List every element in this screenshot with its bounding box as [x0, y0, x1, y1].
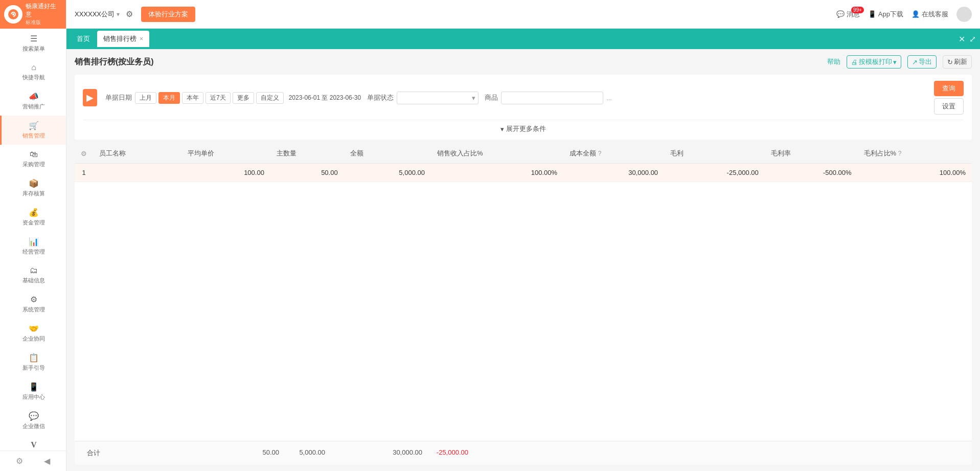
company-selector[interactable]: XXXXXX公司 ▾	[75, 10, 120, 19]
goods-more-btn[interactable]: ...	[606, 94, 612, 102]
enterprise-icon: 🤝	[29, 324, 39, 333]
col-gross-rate: 毛利率	[765, 144, 858, 164]
custom-date-btn[interactable]: 自定义	[256, 92, 284, 104]
basic-icon: 🗂	[30, 266, 38, 275]
guide-icon: 📋	[29, 353, 39, 363]
settings-button[interactable]: 设置	[934, 98, 964, 115]
filter-collapse-button[interactable]: ▶	[83, 89, 97, 106]
cell-cost-amount: 30,000.00	[563, 164, 664, 182]
cell-gross-pct: 100.00%	[858, 164, 972, 182]
table-settings-icon[interactable]: ⚙	[81, 150, 87, 158]
sidebar-item-inventory[interactable]: 📦 库存核算	[0, 173, 66, 203]
col-gross-pct: 毛利占比% ?	[858, 144, 972, 164]
topbar-right: 💬 消息 99+ 📱 App下载 👤 在线客服	[836, 7, 972, 22]
member-icon: V	[31, 440, 37, 450]
sidebar-item-system[interactable]: ⚙ 系统管理	[0, 289, 66, 319]
footer-sales-pct	[331, 446, 382, 460]
query-button[interactable]: 查询	[934, 81, 964, 96]
this-year-btn[interactable]: 本年	[182, 92, 203, 104]
table-header-row: ⚙ 员工名称 平均单价 主数量	[75, 144, 972, 164]
tabbar: 首页 销售排行榜 × ✕ ⤢	[66, 29, 980, 49]
wechat-icon: 💬	[29, 411, 39, 421]
gross-pct-help-icon[interactable]: ?	[898, 150, 902, 157]
cell-rank: 1	[75, 164, 93, 182]
col-settings: ⚙	[75, 144, 93, 164]
tab-expand-icon[interactable]: ⤢	[969, 34, 976, 44]
sidebar-item-operations[interactable]: 📊 经营管理	[0, 232, 66, 261]
messages-button[interactable]: 💬 消息 99+	[836, 10, 860, 19]
topbar: XXXXXX公司 ▾ ⚙ 体验行业方案 💬 消息 99+ 📱 App下载 👤 在…	[66, 0, 980, 29]
goods-input[interactable]	[501, 92, 603, 104]
company-chevron-icon: ▾	[117, 11, 120, 18]
sidebar-item-search[interactable]: ☰ 搜索菜单	[0, 29, 66, 58]
sidebar-bottom: ⚙ ◀	[0, 451, 66, 471]
footer-label: 合计	[81, 446, 203, 460]
sidebar-item-label: 搜索菜单	[22, 45, 45, 53]
sales-icon: 🛒	[29, 121, 39, 130]
more-date-btn[interactable]: 更多	[233, 92, 254, 104]
export-icon: ↗	[912, 58, 918, 66]
topbar-settings-icon[interactable]: ⚙	[126, 9, 133, 19]
svg-point-1	[12, 13, 14, 15]
tab-close-icon[interactable]: ×	[140, 35, 143, 42]
sidebar-item-label: 采购管理	[22, 161, 45, 168]
service-icon: 👤	[911, 10, 920, 18]
sidebar-item-enterprise[interactable]: 🤝 企业协同	[0, 319, 66, 348]
sidebar-item-label: 经营管理	[22, 248, 45, 256]
sidebar-item-marketing[interactable]: 📣 营销推广	[0, 86, 66, 116]
sidebar-item-guide[interactable]: 📋 新手引导	[0, 348, 66, 377]
this-month-btn[interactable]: 本月	[158, 92, 180, 104]
sidebar-item-member[interactable]: V 畅会员	[0, 435, 66, 451]
sidebar-item-quick-nav[interactable]: ⌂ 快捷导航	[0, 58, 66, 86]
cell-gross-rate: -500.00%	[765, 164, 858, 182]
chevron-down-icon: ▾	[500, 125, 504, 133]
status-select[interactable]	[397, 92, 478, 104]
expand-label: 展开更多条件	[506, 124, 546, 133]
tab-home[interactable]: 首页	[71, 31, 96, 47]
sidebar-item-apps[interactable]: 📱 应用中心	[0, 377, 66, 406]
sidebar-settings-icon[interactable]: ⚙	[16, 456, 23, 466]
sidebar-item-label: 资金管理	[22, 219, 45, 227]
print-chevron-icon: ▾	[893, 58, 897, 66]
sidebar-item-label: 基础信息	[22, 277, 45, 284]
refresh-icon: ↻	[947, 58, 953, 66]
expand-more-btn[interactable]: ▾ 展开更多条件	[83, 120, 964, 133]
filter-bar: ▶ 单据日期 上月 本月 本年 近7天 更多 自定义 2023-0	[75, 75, 972, 140]
date-display: 2023-06-01 至 2023-06-30	[289, 94, 361, 102]
avatar[interactable]	[956, 7, 972, 22]
app-download-button[interactable]: 📱 App下载	[868, 10, 903, 19]
sidebar-item-wechat[interactable]: 💬 企业微信	[0, 406, 66, 435]
col-amount: 全额	[344, 144, 431, 164]
status-filter: 单据状态 ▾	[367, 92, 478, 104]
logo-text: 畅康通好生意	[26, 3, 62, 18]
help-link[interactable]: 帮助	[827, 57, 840, 66]
tab-home-label: 首页	[77, 34, 90, 43]
cost-help-icon[interactable]: ?	[598, 150, 602, 157]
sidebar-item-finance[interactable]: 💰 资金管理	[0, 203, 66, 232]
download-icon: 📱	[868, 10, 876, 18]
sidebar: 畅康通好生意 标准版 ☰ 搜索菜单 ⌂ 快捷导航 📣 营销推广 🛒 销售管理 🛍…	[0, 0, 66, 471]
last7-btn[interactable]: 近7天	[206, 92, 231, 104]
system-icon: ⚙	[30, 295, 37, 304]
trial-button[interactable]: 体验行业方案	[141, 7, 195, 22]
sidebar-item-label: 系统管理	[22, 306, 45, 313]
tab-sales-ranking[interactable]: 销售排行榜 ×	[97, 31, 149, 47]
last-month-btn[interactable]: 上月	[135, 92, 156, 104]
sidebar-item-sales[interactable]: 🛒 销售管理	[0, 116, 66, 145]
page-header: 销售排行榜(按业务员) 帮助 🖨 按模板打印 ▾ ↗ 导出 ↻ 刷新	[75, 55, 972, 69]
sidebar-collapse-icon[interactable]: ◀	[44, 456, 50, 466]
sidebar-item-purchase[interactable]: 🛍 采购管理	[0, 145, 66, 173]
refresh-label: 刷新	[954, 57, 967, 66]
online-service-label: 在线客服	[922, 10, 948, 19]
online-service-button[interactable]: 👤 在线客服	[911, 10, 948, 19]
apps-icon: 📱	[29, 382, 39, 392]
export-button[interactable]: ↗ 导出	[907, 55, 937, 69]
refresh-button[interactable]: ↻ 刷新	[943, 55, 972, 69]
status-select-wrapper: ▾	[397, 92, 478, 104]
print-button[interactable]: 🖨 按模板打印 ▾	[847, 55, 901, 69]
sidebar-item-label: 企业协同	[22, 335, 45, 343]
sidebar-item-basic[interactable]: 🗂 基础信息	[0, 261, 66, 289]
date-range-buttons: 上月 本月 本年 近7天 更多 自定义	[135, 92, 284, 104]
sidebar-nav: ☰ 搜索菜单 ⌂ 快捷导航 📣 营销推广 🛒 销售管理 🛍 采购管理 📦 库存核…	[0, 29, 66, 451]
tab-close-window-icon[interactable]: ✕	[959, 34, 965, 44]
